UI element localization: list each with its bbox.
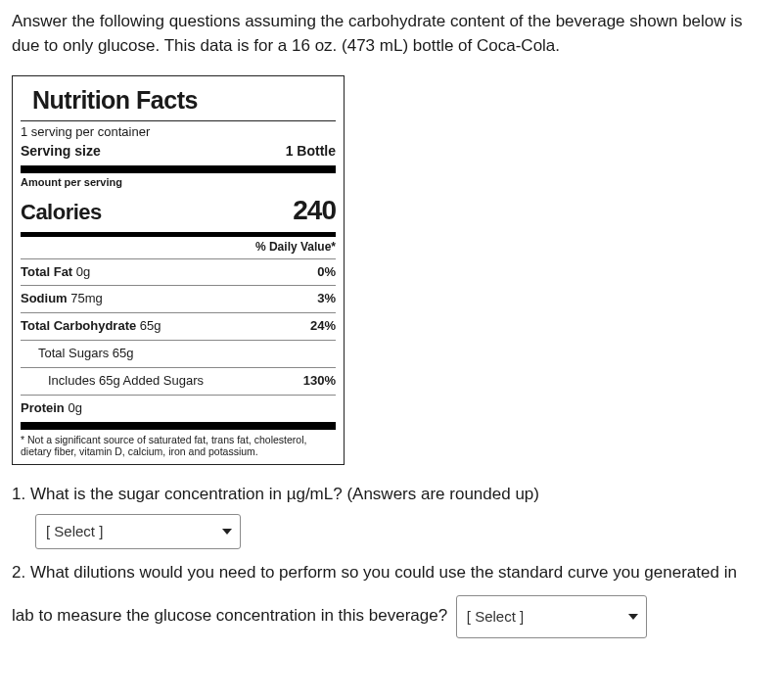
chevron-down-icon [222,529,232,535]
row-protein: Protein 0g [21,396,336,430]
q2-text-line1: 2. What dilutions would you need to perf… [12,563,737,582]
daily-value-header: % Daily Value* [21,237,336,258]
amount-per-serving: Amount per serving [21,173,336,191]
q2-text-line2: lab to measure the glucose concentration… [12,606,447,625]
sodium-pct: 3% [317,290,336,308]
servings-per-container: 1 serving per container [21,123,336,142]
row-added-sugars: Includes 65g Added Sugars 130% [21,368,336,396]
question-2: 2. What dilutions would you need to perf… [12,561,770,638]
chevron-down-icon [628,614,638,620]
added-sugars-pct: 130% [303,372,336,391]
q1-text: 1. What is the sugar concentration in µg… [12,485,539,503]
row-total-fat: Total Fat 0g 0% [21,259,336,287]
intro-text: Answer the following questions assuming … [12,10,770,58]
row-total-carb: Total Carbohydrate 65g 24% [21,313,336,341]
nutrition-title: Nutrition Facts [21,80,336,120]
serving-size-value: 1 Bottle [286,141,336,161]
fat-pct: 0% [317,263,336,282]
calories-value: 240 [293,191,336,231]
nutrition-footnote: * Not a significant source of saturated … [21,430,336,458]
calories-label: Calories [21,197,102,228]
row-total-sugars: Total Sugars 65g [21,341,336,368]
q1-select-value: [ Select ] [46,521,103,542]
serving-size-label: Serving size [21,141,101,161]
question-1: 1. What is the sugar concentration in µg… [12,483,770,549]
nutrition-facts-label: Nutrition Facts 1 serving per container … [12,75,345,465]
q2-select[interactable]: [ Select ] [456,595,647,638]
q2-select-value: [ Select ] [467,602,524,631]
row-sodium: Sodium 75mg 3% [21,286,336,313]
carb-pct: 24% [310,317,336,336]
q1-select[interactable]: [ Select ] [35,514,241,549]
